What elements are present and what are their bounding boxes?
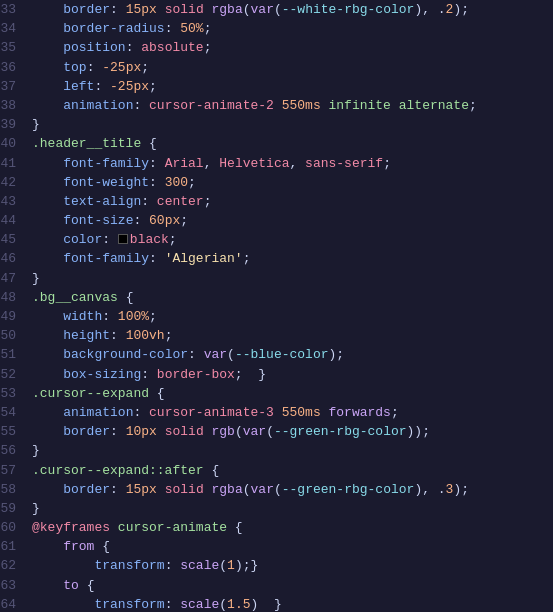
token-white bbox=[118, 290, 126, 305]
token-value: sans-serif bbox=[305, 156, 383, 171]
line-content: @keyframes cursor-animate { bbox=[32, 518, 545, 539]
token-selector: .header__title bbox=[32, 136, 141, 151]
token-punctuation: ; bbox=[149, 309, 157, 324]
token-keyword: from bbox=[63, 539, 94, 554]
token-white bbox=[157, 2, 165, 17]
token-property: border bbox=[63, 424, 110, 439]
code-line: 47} bbox=[0, 269, 553, 288]
token-brace: } bbox=[32, 271, 40, 286]
token-indent bbox=[32, 232, 63, 247]
line-number: 50 bbox=[0, 326, 32, 347]
token-punctuation: : bbox=[94, 79, 110, 94]
token-value2: alternate bbox=[399, 98, 469, 113]
token-punctuation: ); bbox=[235, 558, 251, 573]
token-property: animation bbox=[63, 405, 133, 420]
token-punctuation: : bbox=[87, 60, 103, 75]
token-indent bbox=[32, 597, 94, 612]
token-punctuation: : bbox=[133, 98, 149, 113]
code-line: 40.header__title { bbox=[0, 134, 553, 153]
token-variable: --green-rbg-color bbox=[274, 424, 407, 439]
code-line: 63 to { bbox=[0, 576, 553, 595]
token-indent bbox=[32, 213, 63, 228]
token-punctuation: ( bbox=[274, 482, 282, 497]
token-punctuation: , bbox=[290, 156, 306, 171]
token-function: scale bbox=[180, 558, 219, 573]
line-content: transform: scale(1);} bbox=[32, 556, 545, 577]
token-punctuation: ), . bbox=[414, 482, 445, 497]
token-punctuation: ( bbox=[243, 482, 251, 497]
token-brace: { bbox=[102, 539, 110, 554]
token-punctuation: ; bbox=[165, 328, 173, 343]
code-line: 45 color: black; bbox=[0, 230, 553, 249]
token-white bbox=[204, 2, 212, 17]
token-indent bbox=[32, 21, 63, 36]
token-property: font-weight bbox=[63, 175, 149, 190]
line-content: width: 100%; bbox=[32, 307, 545, 328]
token-punctuation: : bbox=[133, 405, 149, 420]
line-number: 51 bbox=[0, 345, 32, 366]
token-value: black bbox=[130, 232, 169, 247]
token-punctuation: ) bbox=[250, 597, 273, 612]
line-content: .cursor--expand::after { bbox=[32, 461, 545, 482]
token-indent bbox=[32, 60, 63, 75]
token-punctuation: : bbox=[110, 328, 126, 343]
token-keyword: forwards bbox=[329, 405, 391, 420]
token-number: 100vh bbox=[126, 328, 165, 343]
token-punctuation: : bbox=[126, 40, 142, 55]
token-punctuation: : bbox=[110, 424, 126, 439]
line-number: 43 bbox=[0, 192, 32, 213]
token-punctuation: ; bbox=[235, 367, 258, 382]
line-content: font-family: 'Algerian'; bbox=[32, 249, 545, 270]
line-number: 41 bbox=[0, 154, 32, 175]
token-property: height bbox=[63, 328, 110, 343]
token-punctuation: ( bbox=[235, 424, 243, 439]
token-white bbox=[274, 98, 282, 113]
token-value: center bbox=[157, 194, 204, 209]
token-indent bbox=[32, 578, 63, 593]
token-property: position bbox=[63, 40, 125, 55]
token-value: absolute bbox=[141, 40, 203, 55]
token-indent bbox=[32, 539, 63, 554]
token-punctuation: ; bbox=[243, 251, 251, 266]
code-line: 33 border: 15px solid rgba(var(--white-r… bbox=[0, 0, 553, 19]
code-line: 62 transform: scale(1);} bbox=[0, 556, 553, 575]
token-white bbox=[227, 520, 235, 535]
token-property: top bbox=[63, 60, 86, 75]
code-line: 57.cursor--expand::after { bbox=[0, 461, 553, 480]
token-punctuation: ; bbox=[204, 40, 212, 55]
code-line: 34 border-radius: 50%; bbox=[0, 19, 553, 38]
code-line: 51 background-color: var(--blue-color); bbox=[0, 345, 553, 364]
line-content: text-align: center; bbox=[32, 192, 545, 213]
token-function2: var bbox=[251, 482, 274, 497]
token-function: scale bbox=[180, 597, 219, 612]
code-line: 38 animation: cursor-animate-2 550ms inf… bbox=[0, 96, 553, 115]
token-indent bbox=[32, 558, 94, 573]
token-brace: { bbox=[149, 136, 157, 151]
token-white bbox=[204, 482, 212, 497]
token-punctuation: : bbox=[149, 175, 165, 190]
code-line: 50 height: 100vh; bbox=[0, 326, 553, 345]
token-indent bbox=[32, 405, 63, 420]
token-property: font-family bbox=[63, 251, 149, 266]
token-property: font-family bbox=[63, 156, 149, 171]
code-line: 49 width: 100%; bbox=[0, 307, 553, 326]
token-punctuation: ( bbox=[219, 597, 227, 612]
token-number: -25px bbox=[110, 79, 149, 94]
line-content: } bbox=[32, 115, 545, 136]
line-number: 37 bbox=[0, 77, 32, 98]
line-content: } bbox=[32, 441, 545, 462]
token-punctuation: : bbox=[188, 347, 204, 362]
token-white bbox=[157, 482, 165, 497]
line-content: border: 15px solid rgba(var(--white-rbg-… bbox=[32, 0, 545, 21]
token-brace: } bbox=[32, 501, 40, 516]
line-number: 54 bbox=[0, 403, 32, 424]
token-value: Helvetica bbox=[219, 156, 289, 171]
code-line: 52 box-sizing: border-box; } bbox=[0, 365, 553, 384]
token-punctuation: : bbox=[133, 213, 149, 228]
line-content: background-color: var(--blue-color); bbox=[32, 345, 545, 366]
token-function: rgba bbox=[212, 2, 243, 17]
code-editor: 33 border: 15px solid rgba(var(--white-r… bbox=[0, 0, 553, 612]
line-number: 35 bbox=[0, 38, 32, 59]
code-line: 42 font-weight: 300; bbox=[0, 173, 553, 192]
token-white bbox=[110, 520, 118, 535]
